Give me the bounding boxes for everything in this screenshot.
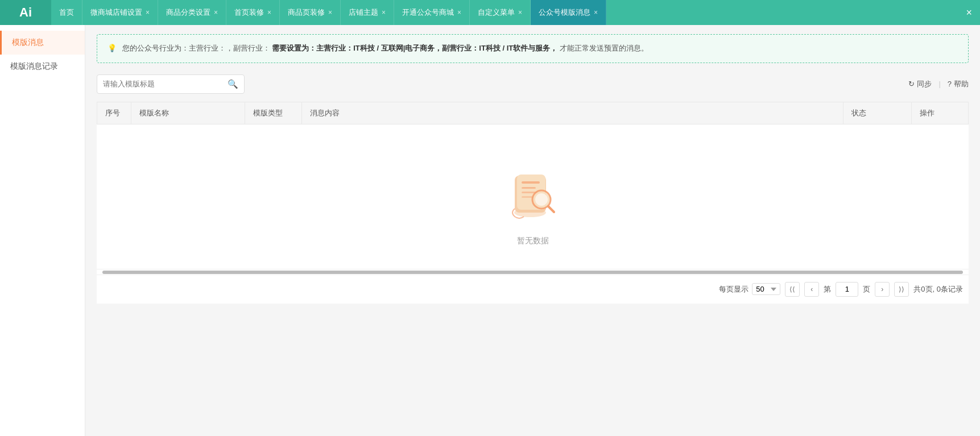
scrollbar-thumb[interactable]: [102, 271, 963, 274]
page-size-wrapper: 每页显示 50 20 100: [719, 283, 780, 295]
svg-line-9: [548, 206, 554, 212]
logo: Ai: [0, 0, 51, 25]
nav-tab-open-shop[interactable]: 开通公众号商城×: [394, 0, 470, 25]
content-area: 💡 您的公众号行业为：主营行业：，副营行业： 需要设置为：主营行业：IT科技 /…: [85, 25, 980, 436]
col-header-status: 状态: [843, 102, 912, 124]
next-page-button[interactable]: ›: [875, 282, 890, 297]
svg-rect-6: [522, 196, 533, 198]
first-page-button[interactable]: ⟨⟨: [785, 282, 800, 297]
data-table: 序号模版名称模版类型消息内容状态操作: [97, 102, 969, 269]
header-row: 序号模版名称模版类型消息内容状态操作: [97, 102, 969, 124]
col-header-type: 模版类型: [245, 102, 302, 124]
sidebar-item-template-log[interactable]: 模版消息记录: [0, 55, 85, 78]
notice-suffix: 才能正常发送预置的消息。: [560, 44, 648, 52]
close-all-button[interactable]: ×: [958, 0, 980, 25]
svg-rect-3: [522, 181, 540, 184]
top-nav: Ai 首页微商城店铺设置×商品分类设置×首页装修×商品页装修×店铺主题×开通公众…: [0, 0, 980, 25]
sync-icon: ↻: [908, 80, 915, 88]
search-input-wrapper[interactable]: 🔍: [97, 74, 245, 94]
nav-tab-category[interactable]: 商品分类设置×: [158, 0, 226, 25]
divider: |: [938, 80, 940, 88]
page-number-input[interactable]: [836, 282, 858, 297]
close-tab-product-decor[interactable]: ×: [328, 9, 332, 16]
empty-text: 暂无数据: [517, 236, 549, 246]
close-tab-shop-theme[interactable]: ×: [382, 9, 386, 16]
close-tab-category[interactable]: ×: [214, 9, 218, 16]
help-label: 帮助: [954, 79, 969, 89]
sync-button[interactable]: ↻ 同步: [908, 79, 932, 89]
nav-tab-homepage-decor[interactable]: 首页装修×: [226, 0, 280, 25]
close-tab-custom-menu[interactable]: ×: [518, 9, 522, 16]
table-header: 序号模版名称模版类型消息内容状态操作: [97, 102, 969, 124]
page-size-label: 每页显示: [719, 284, 749, 294]
nav-tabs: 首页微商城店铺设置×商品分类设置×首页装修×商品页装修×店铺主题×开通公众号商城…: [51, 0, 958, 25]
nav-tab-home[interactable]: 首页: [51, 0, 82, 25]
svg-point-8: [535, 193, 548, 206]
page-label-suf: 页: [863, 284, 870, 294]
toolbar-right: ↻ 同步 | ? 帮助: [908, 79, 969, 89]
svg-rect-4: [522, 187, 536, 189]
nav-tab-product-decor[interactable]: 商品页装修×: [280, 0, 341, 25]
sidebar-item-template-msg[interactable]: 模版消息: [0, 31, 85, 55]
pagination: 每页显示 50 20 100 ⟨⟨ ‹ 第 页 › ⟩⟩ 共0页, 0条记录: [97, 275, 969, 304]
empty-state: 暂无数据: [97, 124, 969, 269]
search-input[interactable]: [103, 80, 228, 88]
sync-label: 同步: [917, 79, 932, 89]
notice-banner: 💡 您的公众号行业为：主营行业：，副营行业： 需要设置为：主营行业：IT科技 /…: [97, 34, 969, 63]
sidebar: 模版消息模版消息记录: [0, 25, 85, 436]
empty-icon: [499, 159, 567, 227]
col-header-name: 模版名称: [131, 102, 245, 124]
close-tab-micro-shop[interactable]: ×: [146, 9, 150, 16]
help-icon: ?: [948, 80, 952, 88]
main-layout: 模版消息模版消息记录 💡 您的公众号行业为：主营行业：，副营行业： 需要设置为：…: [0, 25, 980, 436]
table-body: 暂无数据: [97, 124, 969, 269]
nav-tab-micro-shop[interactable]: 微商城店铺设置×: [82, 0, 158, 25]
close-tab-homepage-decor[interactable]: ×: [267, 9, 271, 16]
col-header-index: 序号: [97, 102, 131, 124]
notice-icon: 💡: [107, 44, 117, 52]
col-header-action: 操作: [912, 102, 969, 124]
total-info: 共0页, 0条记录: [913, 284, 963, 294]
search-icon[interactable]: 🔍: [228, 79, 238, 89]
page-size-select[interactable]: 50 20 100: [752, 283, 780, 295]
help-button[interactable]: ? 帮助: [948, 79, 969, 89]
search-bar: 🔍 ↻ 同步 | ? 帮助: [97, 74, 969, 94]
nav-tab-custom-menu[interactable]: 自定义菜单×: [470, 0, 531, 25]
close-tab-open-shop[interactable]: ×: [457, 9, 461, 16]
page-label-pre: 第: [824, 284, 831, 294]
notice-prefix: 您的公众号行业为：主营行业：，副营行业：: [122, 44, 270, 52]
empty-row: 暂无数据: [97, 124, 969, 269]
scrollbar-track[interactable]: [97, 269, 969, 275]
close-tab-template-msg[interactable]: ×: [594, 9, 598, 16]
nav-tab-shop-theme[interactable]: 店铺主题×: [341, 0, 394, 25]
last-page-button[interactable]: ⟩⟩: [894, 282, 909, 297]
nav-tab-template-msg[interactable]: 公众号模版消息×: [531, 0, 606, 25]
prev-page-button[interactable]: ‹: [804, 282, 819, 297]
notice-highlight: 需要设置为：主营行业：IT科技 / 互联网|电子商务，副营行业：IT科技 / I…: [272, 44, 557, 52]
col-header-content: 消息内容: [302, 102, 843, 124]
